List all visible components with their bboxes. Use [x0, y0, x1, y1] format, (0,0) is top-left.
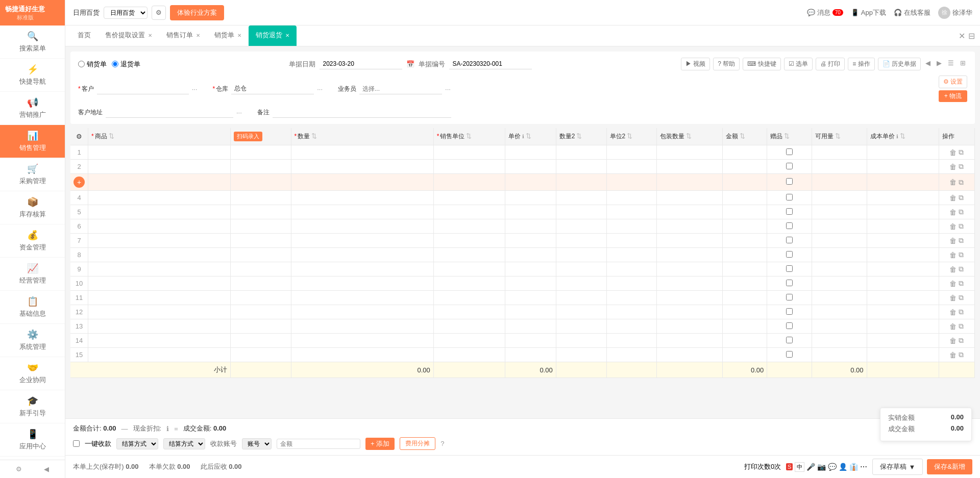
price-sort-icon[interactable]: ⇅ [526, 132, 531, 140]
one-click-collect-check[interactable] [73, 440, 80, 447]
goods-input-12[interactable] [91, 309, 227, 316]
address-input[interactable] [106, 107, 233, 118]
copy-btn-10[interactable]: ⧉ [959, 279, 964, 288]
goods-input-3[interactable] [91, 179, 227, 186]
fee-split-btn[interactable]: 费用分摊 [400, 437, 435, 450]
radio-return-input[interactable] [112, 61, 118, 67]
radio-sales-return[interactable]: 退货单 [112, 60, 140, 69]
qty-input-13[interactable] [295, 323, 430, 330]
settings-btn[interactable]: ⚙ 设置 [939, 76, 967, 88]
qty-input-9[interactable] [295, 266, 430, 273]
sidebar-item-enterprise[interactable]: 🤝 企业协同 [0, 357, 65, 390]
tab-sales-order[interactable]: 销售订单 ✕ [159, 26, 207, 46]
pkgqty-sort-icon[interactable]: ⇅ [686, 132, 692, 140]
gift-check-9[interactable] [786, 265, 793, 272]
tab-delivery-close[interactable]: ✕ [237, 33, 241, 38]
view-list[interactable]: ☰ [946, 58, 955, 70]
qty-input-15[interactable] [295, 351, 430, 359]
tab-manage[interactable]: ⊟ [968, 31, 975, 41]
nav-next[interactable]: ▶ [935, 58, 943, 70]
goods-input-6[interactable] [91, 223, 227, 230]
shortcut-btn[interactable]: ⌨ 快捷键 [743, 58, 780, 70]
amount-sort-icon[interactable]: ⇅ [740, 132, 745, 140]
sidebar-item-operations[interactable]: 📈 经营管理 [0, 258, 65, 291]
qty-input-4[interactable] [295, 194, 430, 202]
video-btn[interactable]: ▶ 视频 [681, 58, 710, 70]
tab-price-setup[interactable]: 售价提取设置 ✕ [98, 26, 159, 46]
delete-btn-6[interactable]: 🗑 [949, 222, 957, 231]
amount-input[interactable] [277, 439, 360, 449]
sidebar-item-search[interactable]: 🔍 搜索菜单 [0, 26, 65, 59]
sidebar-item-guide[interactable]: 🎓 新手引导 [0, 390, 65, 423]
gift-check-6[interactable] [786, 222, 793, 229]
gift-check-2[interactable] [786, 163, 793, 169]
message-btn[interactable]: 💬 消息 70 [807, 8, 843, 17]
gift-check-12[interactable] [786, 308, 793, 315]
qty-input-10[interactable] [295, 280, 430, 287]
copy-btn-7[interactable]: ⧉ [959, 236, 964, 245]
sidebar-item-inventory[interactable]: 📦 库存核算 [0, 191, 65, 224]
delete-btn-9[interactable]: 🗑 [949, 265, 957, 273]
trial-btn[interactable]: 体验行业方案 [170, 5, 224, 20]
delete-btn-12[interactable]: 🗑 [949, 308, 957, 316]
user-profile-btn[interactable]: 徐 徐泽华 [938, 7, 972, 19]
delete-btn-14[interactable]: 🗑 [949, 337, 957, 345]
delete-btn-13[interactable]: 🗑 [949, 322, 957, 331]
delete-btn-10[interactable]: 🗑 [949, 280, 957, 288]
goods-input-11[interactable] [91, 294, 227, 301]
goods-input-8[interactable] [91, 251, 227, 259]
copy-btn-9[interactable]: ⧉ [959, 265, 964, 273]
topbar-settings-btn[interactable]: ⚙ [152, 6, 166, 20]
calendar-icon[interactable]: 📅 [406, 60, 414, 68]
help-btn[interactable]: ? 帮助 [713, 58, 740, 70]
goods-cell[interactable] [88, 145, 231, 160]
gift-check-8[interactable] [786, 251, 793, 258]
history-btn[interactable]: 📄 历史单据 [878, 58, 921, 70]
print-btn[interactable]: 🖨 打印 [816, 58, 845, 70]
radio-sales-delivery-input[interactable] [78, 61, 85, 67]
copy-btn-15[interactable]: ⧉ [959, 350, 964, 359]
sidebar-item-sales[interactable]: 📊 销售管理 [0, 125, 65, 158]
qty-input-1[interactable] [295, 149, 430, 156]
unit-sort-icon[interactable]: ⇅ [466, 132, 472, 140]
tab-home[interactable]: 首页 [70, 26, 98, 46]
copy-btn-13[interactable]: ⧉ [959, 322, 964, 331]
copy-btn-6[interactable]: ⧉ [959, 222, 964, 231]
sidebar-item-app-center[interactable]: 📱 应用中心 [0, 423, 65, 457]
gift-check-4[interactable] [786, 194, 793, 200]
gift-check-7[interactable] [786, 237, 793, 243]
qty-input-2[interactable] [295, 163, 430, 170]
goods-input-13[interactable] [91, 323, 227, 330]
save-new-btn[interactable]: 保存&新增 [927, 459, 972, 474]
goods-input-10[interactable] [91, 280, 227, 287]
gift-check-14[interactable] [786, 337, 793, 343]
doc-no-input[interactable] [449, 59, 532, 69]
delete-btn-15[interactable]: 🗑 [949, 351, 957, 359]
qty-input-5[interactable] [295, 209, 430, 216]
qty-input-12[interactable] [295, 309, 430, 316]
collapse-icon[interactable]: ◀ [44, 465, 49, 473]
sidebar-item-marketing[interactable]: 📢 营销推广 [0, 92, 65, 125]
sidebar-item-finance[interactable]: 💰 资金管理 [0, 224, 65, 258]
copy-btn-2[interactable]: ⧉ [959, 162, 964, 171]
sidebar-item-quick-nav[interactable]: ⚡ 快捷导航 [0, 59, 65, 92]
copy-btn-3[interactable]: ⧉ [959, 178, 964, 187]
copy-btn-5[interactable]: ⧉ [959, 208, 964, 216]
copy-btn-14[interactable]: ⧉ [959, 336, 964, 345]
gift-check-3[interactable] [786, 178, 793, 185]
settlement-method-select[interactable]: 结算方式 [116, 438, 158, 449]
copy-btn-11[interactable]: ⧉ [959, 293, 964, 302]
delete-btn-5[interactable]: 🗑 [949, 208, 957, 216]
calculation-select[interactable]: 结算方式 [163, 438, 205, 449]
goods-input-9[interactable] [91, 266, 227, 273]
warehouse-input[interactable] [231, 84, 314, 94]
tab-price-close[interactable]: ✕ [148, 33, 152, 38]
copy-btn-12[interactable]: ⧉ [959, 308, 964, 316]
date-input[interactable] [320, 59, 402, 69]
gift-check-10[interactable] [786, 280, 793, 286]
gift-sort-icon[interactable]: ⇅ [784, 132, 790, 140]
nav-prev[interactable]: ◀ [924, 58, 932, 70]
salesperson-input[interactable] [359, 84, 442, 94]
gift-check-5[interactable] [786, 208, 793, 215]
delete-btn-2[interactable]: 🗑 [949, 163, 957, 171]
